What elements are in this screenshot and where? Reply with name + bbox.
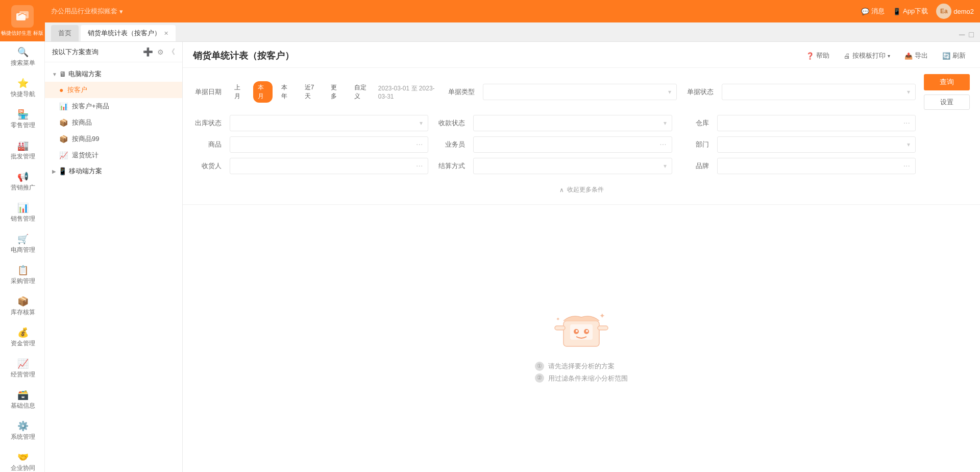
search-icon: 🔍 (17, 46, 29, 58)
sidebar-item-finance[interactable]: 💰 资金管理 (0, 322, 44, 353)
date-btn-7days[interactable]: 近7天 (300, 81, 322, 103)
schema-group-mobile: ▶ 📱 移动端方案 (45, 163, 182, 179)
purchase-icon: 📋 (17, 265, 29, 276)
warehouse-field[interactable]: ··· (717, 115, 916, 131)
receiver-field[interactable]: ··· (230, 158, 428, 174)
export-btn[interactable]: 📤 导出 (900, 49, 932, 62)
schema-group-mobile-title[interactable]: ▶ 📱 移动端方案 (45, 163, 182, 179)
sidebar-item-business[interactable]: 📈 经营管理 (0, 353, 44, 384)
sidebar-item-search-label: 搜索菜单 (11, 59, 35, 67)
sidebar-item-retail-label: 零售管理 (11, 121, 35, 130)
date-range-text: 2023-03-01 至 2023-03-31 (378, 84, 438, 100)
by-customer-label: 按客户 (67, 85, 87, 95)
sidebar-menu: 🔍 搜索菜单 ⭐ 快捷导航 🏪 零售管理 🏭 批发管理 📢 营销推广 📊 销售管… (0, 41, 44, 472)
app-breadcrumb[interactable]: 办公用品行业模拟账套 ▾ (51, 7, 123, 16)
tab-sales-stat[interactable]: 销货单统计表（按客户） ✕ (81, 25, 176, 41)
doctype-field[interactable]: ▾ (483, 84, 677, 100)
sidebar-item-basic[interactable]: 🗃️ 基础信息 (0, 384, 44, 415)
filter-row-2: 出库状态 ▾ 收款状态 ▾ 仓库 ··· (193, 115, 970, 131)
sidebar-item-wholesale[interactable]: 🏭 批发管理 (0, 135, 44, 166)
tab-close-icon[interactable]: ✕ (164, 30, 168, 37)
settings-button[interactable]: 设置 (924, 95, 970, 110)
sidebar-item-system[interactable]: ⚙️ 系统管理 (0, 415, 44, 446)
schema-item-by-goods99[interactable]: 📦 按商品99 (45, 131, 182, 147)
sidebar-item-ecommerce[interactable]: 🛒 电商管理 (0, 228, 44, 259)
group-mobile-label: 移动端方案 (69, 167, 102, 176)
print-btn[interactable]: 🖨 按模板打印 ▾ (840, 49, 894, 62)
schema-item-by-goods[interactable]: 📦 按商品 (45, 114, 182, 131)
hint-text-1: 请先选择要分析的方案 (548, 360, 615, 372)
refresh-btn[interactable]: 🔄 刷新 (938, 49, 970, 62)
schema-item-by-customer[interactable]: ● 按客户 (45, 82, 182, 98)
docstatus-field[interactable]: ▾ (722, 84, 916, 100)
schema-list: ▼ 🖥 电脑端方案 ● 按客户 📊 按客户+商品 📦 按商品 (45, 62, 182, 472)
help-btn[interactable]: ❓ 帮助 (802, 49, 834, 62)
hint-item-2: ② 用过滤条件来缩小分析范围 (535, 372, 628, 384)
sidebar-item-system-label: 系统管理 (11, 433, 35, 441)
export-icon: 📤 (904, 52, 913, 60)
svg-rect-9 (598, 326, 608, 330)
print-chevron-icon: ▾ (888, 53, 890, 59)
department-label: 部门 (680, 140, 709, 149)
svg-text:✦: ✦ (556, 316, 560, 322)
user-menu[interactable]: Ea demo2 (936, 4, 974, 19)
business-icon: 📈 (17, 358, 29, 369)
schema-item-return-stat[interactable]: 📈 退货统计 (45, 147, 182, 163)
hint-num-2: ② (535, 373, 544, 383)
brand-field[interactable]: ··· (717, 158, 916, 174)
collapse-label: 收起更多条件 (567, 185, 604, 194)
sidebar-item-finance-label: 资金管理 (11, 339, 35, 348)
message-label: 消息 (871, 7, 885, 16)
group-arrow-icon: ▼ (52, 72, 57, 77)
tab-home[interactable]: 首页 (51, 25, 79, 41)
payment-field[interactable]: ▾ (473, 158, 672, 174)
action-btn-group: 查询 设置 (924, 74, 970, 110)
receivestatus-label: 收款状态 (436, 119, 465, 128)
sidebar-item-search[interactable]: 🔍 搜索菜单 (0, 41, 44, 73)
schema-item-by-customer-goods[interactable]: 📊 按客户+商品 (45, 98, 182, 114)
department-field[interactable]: ▾ (717, 136, 916, 153)
salesperson-dots-icon: ··· (659, 140, 666, 149)
sidebar-item-purchase[interactable]: 📋 采购管理 (0, 259, 44, 291)
query-button[interactable]: 查询 (924, 74, 970, 90)
date-btn-more[interactable]: 更多 (326, 81, 346, 103)
message-btn[interactable]: 💬 消息 (861, 7, 885, 16)
collapse-panel-btn[interactable]: 《 (168, 48, 175, 57)
schema-group-pc: ▼ 🖥 电脑端方案 ● 按客户 📊 按客户+商品 📦 按商品 (45, 66, 182, 163)
svg-point-7 (586, 330, 588, 332)
date-btn-thismonth[interactable]: 本月 (253, 81, 273, 103)
page-header: 销货单统计表（按客户） ❓ 帮助 🖨 按模板打印 ▾ 📤 导出 (183, 42, 980, 68)
window-maximize-icon[interactable]: □ (969, 30, 974, 39)
date-btn-custom[interactable]: 自定义 (350, 81, 374, 103)
add-schema-btn[interactable]: ➕ (143, 47, 153, 57)
collapse-more-btn[interactable]: ∧ 收起更多条件 (555, 181, 608, 198)
outstatus-chevron-icon: ▾ (420, 120, 423, 127)
outstatus-field[interactable]: ▾ (230, 115, 428, 131)
date-btn-thisyear[interactable]: 本年 (277, 81, 296, 103)
goods-field[interactable]: ··· (230, 136, 428, 153)
sidebar-item-sales-label: 销售管理 (11, 215, 35, 223)
left-panel-title: 按以下方案查询 (52, 48, 139, 57)
salesperson-field[interactable]: ··· (473, 136, 672, 153)
warehouse-label: 仓库 (680, 119, 709, 128)
print-icon: 🖨 (844, 52, 850, 60)
receivestatus-field[interactable]: ▾ (473, 115, 672, 131)
window-minimize-icon[interactable]: ─ (959, 30, 965, 39)
settings-schema-btn[interactable]: ⚙ (157, 48, 164, 56)
filter-area: 单据日期 上月 本月 本年 近7天 更多 自定义 2023-03-01 至 20… (183, 68, 980, 205)
sidebar-item-sales[interactable]: 📊 销售管理 (0, 197, 44, 228)
sidebar-item-inventory[interactable]: 📦 库存核算 (0, 291, 44, 322)
sidebar-item-inventory-label: 库存核算 (11, 308, 35, 317)
download-btn[interactable]: 📱 App下载 (893, 7, 928, 16)
sidebar-item-enterprise[interactable]: 🤝 企业协同 (0, 446, 44, 472)
sidebar-item-shortcuts[interactable]: ⭐ 快捷导航 (0, 73, 44, 104)
group-pc-icon: 🖥 (59, 70, 66, 78)
by-goods99-icon: 📦 (59, 135, 68, 143)
retail-icon: 🏪 (17, 109, 29, 120)
date-btn-lastmonth[interactable]: 上月 (230, 81, 249, 103)
schema-group-pc-title[interactable]: ▼ 🖥 电脑端方案 (45, 66, 182, 82)
wholesale-icon: 🏭 (17, 140, 29, 151)
sidebar-item-retail[interactable]: 🏪 零售管理 (0, 104, 44, 135)
svg-rect-1 (19, 11, 29, 18)
sidebar-item-marketing[interactable]: 📢 营销推广 (0, 166, 44, 197)
